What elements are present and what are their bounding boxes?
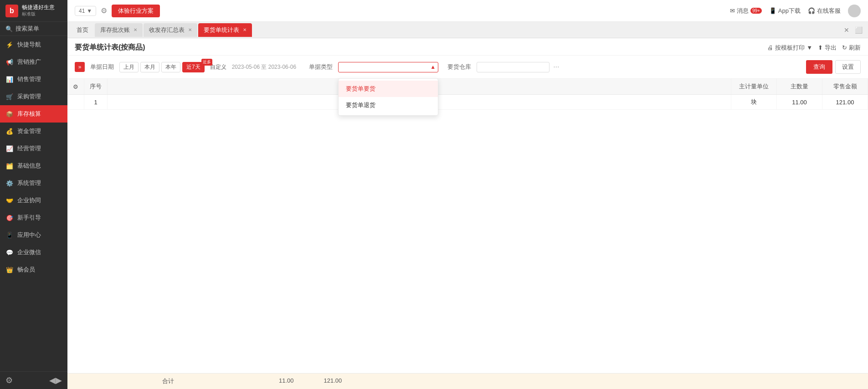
- filter-actions: 查询 设置: [806, 60, 861, 74]
- tab-inventory-batch[interactable]: 库存批次账✕: [95, 23, 143, 37]
- nav-label-sales: 销售管理: [17, 75, 41, 83]
- tab-receipt-summary[interactable]: 收发存汇总表✕: [144, 23, 197, 37]
- nav-icon-finance: 💰: [5, 127, 14, 135]
- export-button[interactable]: ⬆ 导出: [818, 44, 837, 52]
- nav-icon-operation: 📈: [5, 144, 14, 153]
- tab-label-order-summary: 要货单统计表: [204, 26, 239, 34]
- nav-icon-guide: 🎯: [5, 214, 14, 222]
- tab-close-order-summary[interactable]: ✕: [243, 27, 247, 32]
- topbar: 41 ▼ ⚙ 体验行业方案 ✉ 消息 99+ 📱 App下载 🎧 在线客服: [67, 0, 868, 22]
- table-header-row: ⚙ 序号 商品 主计量单位 主数量 零售金额: [67, 79, 868, 95]
- tabs-bar-right: ✕ ⬜: [842, 26, 864, 35]
- page-header: 要货单统计表(按商品) 🖨 按模板打印 ▼ ⬆ 导出 ↻ 刷新: [67, 38, 868, 56]
- row-unit: 块: [731, 95, 777, 110]
- filter-settings-button[interactable]: 设置: [835, 60, 861, 74]
- sidebar-item-operation[interactable]: 📈 经营管理: [0, 140, 67, 157]
- refresh-button[interactable]: ↻ 刷新: [842, 44, 861, 52]
- phone-icon: 📱: [769, 7, 776, 14]
- sidebar-item-inventory[interactable]: 📦 库存核算: [0, 105, 67, 123]
- footer-label: 合计: [162, 377, 174, 385]
- warehouse-label: 要货仓库: [447, 63, 471, 71]
- table-footer: 合计 11.00 121.00: [67, 373, 868, 389]
- topbar-settings-icon[interactable]: ⚙: [101, 6, 107, 15]
- tab-label-receipt-summary: 收发存汇总表: [149, 26, 185, 34]
- tab-close-inventory-batch[interactable]: ✕: [134, 27, 137, 32]
- sidebar-item-basic-info[interactable]: 🗂️ 基础信息: [0, 157, 67, 174]
- date-range: 2023-05-06 至 2023-06-06: [232, 63, 296, 71]
- nav-label-quick-nav: 快捷导航: [17, 41, 41, 49]
- collapse-icon[interactable]: ◀▶: [49, 375, 62, 385]
- topbar-right: ✉ 消息 99+ 📱 App下载 🎧 在线客服: [730, 5, 861, 17]
- table-row: 1 块 11.00 121.00: [67, 95, 868, 110]
- row-qty: 11.00: [777, 95, 822, 110]
- nav-icon-enterprise: 🤝: [5, 196, 14, 205]
- date-label: 单据日期: [90, 63, 114, 71]
- expand-tabs-icon[interactable]: ⬜: [853, 26, 864, 35]
- print-icon: 🖨: [767, 44, 773, 51]
- dropdown-item-order-delivery[interactable]: 要货单要货: [339, 81, 438, 97]
- industry-plan-button[interactable]: 体验行业方案: [112, 5, 160, 17]
- app-download-button[interactable]: 📱 App下载: [769, 7, 801, 15]
- print-button[interactable]: 🖨 按模板打印 ▼: [767, 44, 812, 52]
- nav-label-inventory: 库存核算: [17, 110, 41, 118]
- nav-icon-wechat: 💬: [5, 248, 14, 256]
- sidebar-search[interactable]: 🔍 搜索菜单: [0, 22, 67, 36]
- sidebar-logo: b 畅捷通好生意 标准版: [0, 0, 67, 22]
- sidebar-item-wechat[interactable]: 💬 企业微信: [0, 244, 67, 261]
- close-all-tabs-icon[interactable]: ✕: [842, 26, 851, 35]
- sidebar-item-quick-nav[interactable]: ⚡ 快捷导航: [0, 36, 67, 53]
- type-chevron-icon[interactable]: ▲: [430, 64, 436, 70]
- table-settings-col[interactable]: ⚙: [67, 79, 84, 95]
- footer-amount: 121.00: [324, 377, 342, 385]
- sidebar: b 畅捷通好生意 标准版 🔍 搜索菜单 ⚡ 快捷导航 📢 营销推广 📊 销售管理…: [0, 0, 67, 389]
- version-dropdown-icon: ▼: [87, 8, 92, 14]
- page-header-actions: 🖨 按模板打印 ▼ ⬆ 导出 ↻ 刷新: [767, 44, 861, 52]
- type-input[interactable]: [338, 62, 438, 72]
- query-button[interactable]: 查询: [806, 60, 832, 74]
- warehouse-more-icon[interactable]: ···: [553, 63, 559, 71]
- table-wrap: ⚙ 序号 商品 主计量单位 主数量 零售金额 1: [67, 79, 868, 373]
- sidebar-item-guide[interactable]: 🎯 新手引导: [0, 209, 67, 226]
- sidebar-item-sales[interactable]: 📊 销售管理: [0, 71, 67, 88]
- sidebar-item-system[interactable]: ⚙️ 系统管理: [0, 174, 67, 192]
- settings-icon[interactable]: ⚙: [5, 375, 13, 385]
- last-month-btn[interactable]: 上月: [119, 62, 139, 72]
- nav-label-wechat: 企业微信: [17, 248, 41, 256]
- refresh-icon: ↻: [842, 44, 847, 51]
- nav-label-app-center: 应用中心: [17, 231, 41, 239]
- nav-icon-quick-nav: ⚡: [5, 41, 14, 49]
- version-selector[interactable]: 41 ▼: [75, 6, 96, 16]
- type-input-wrap: ▲ 要货单要货 要货单退货: [338, 62, 438, 72]
- page-title: 要货单统计表(按商品): [75, 43, 145, 52]
- filter-expand-button[interactable]: »: [75, 62, 85, 72]
- online-service-button[interactable]: 🎧 在线客服: [808, 7, 841, 15]
- sidebar-item-app-center[interactable]: 📱 应用中心: [0, 226, 67, 244]
- type-label: 单据类型: [309, 63, 333, 71]
- this-month-btn[interactable]: 本月: [140, 62, 159, 72]
- tab-close-receipt-summary[interactable]: ✕: [188, 27, 192, 32]
- nav-icon-marketing: 📢: [5, 58, 14, 66]
- sidebar-nav: ⚡ 快捷导航 📢 营销推广 📊 销售管理 🛒 采购管理 📦 库存核算 💰 资金管…: [0, 36, 67, 371]
- tab-order-summary[interactable]: 要货单统计表✕: [198, 23, 252, 37]
- footer-qty: 11.00: [279, 377, 294, 385]
- sidebar-bottom: ⚙ ◀▶: [0, 371, 67, 389]
- sidebar-item-finance[interactable]: 💰 资金管理: [0, 123, 67, 140]
- nav-label-operation: 经营管理: [17, 144, 41, 153]
- warehouse-input[interactable]: [477, 62, 550, 72]
- row-index: 1: [84, 95, 108, 110]
- nav-icon-sales: 📊: [5, 75, 14, 83]
- type-dropdown-menu: 要货单要货 要货单退货: [338, 78, 438, 116]
- last7days-btn[interactable]: 近7天 近多: [182, 62, 205, 72]
- tab-label-inventory-batch: 库存批次账: [100, 26, 130, 34]
- user-avatar[interactable]: [848, 5, 861, 17]
- sidebar-item-enterprise[interactable]: 🤝 企业协同: [0, 192, 67, 209]
- dropdown-item-order-return[interactable]: 要货单退货: [339, 97, 438, 113]
- this-year-btn[interactable]: 本年: [161, 62, 180, 72]
- sidebar-item-vip[interactable]: 👑 畅会员: [0, 261, 67, 278]
- sidebar-item-purchase[interactable]: 🛒 采购管理: [0, 88, 67, 105]
- nav-label-marketing: 营销推广: [17, 58, 41, 66]
- tab-home[interactable]: 首页: [71, 23, 94, 37]
- sidebar-item-marketing[interactable]: 📢 营销推广: [0, 53, 67, 71]
- nav-icon-app-center: 📱: [5, 231, 14, 239]
- messages-button[interactable]: ✉ 消息 99+: [730, 7, 762, 15]
